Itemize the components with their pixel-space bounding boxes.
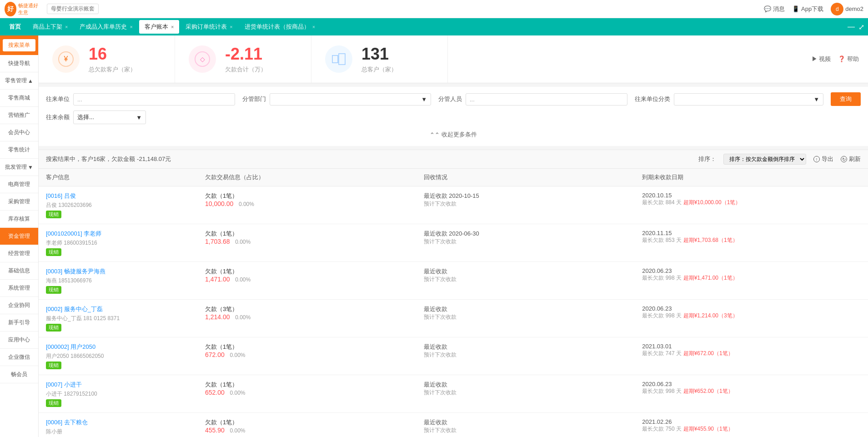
dept-select[interactable]: ▼ xyxy=(270,93,431,105)
collapse-btn[interactable]: ⌃⌃ 收起更多条件 xyxy=(46,129,861,141)
customer-name-3[interactable]: [0002] 服务中心_丁磊 xyxy=(46,305,205,313)
sidebar-item-retail-mgmt[interactable]: 零售管理 ▲ xyxy=(0,72,38,90)
message-btn[interactable]: 💬 消息 xyxy=(764,5,785,13)
overdue-days-row-6: 最长欠款 750 天 超期¥455.90（1笔） xyxy=(642,425,861,433)
next-recovery-3: 预计下次收款 xyxy=(424,313,642,321)
due-info-3: 2020.06.23 最长欠款 998 天 超期¥1,214.00（3笔） xyxy=(642,305,861,332)
sidebar-item-new-guide[interactable]: 新手引导 xyxy=(0,314,38,332)
balance-select[interactable]: 选择... ▼ xyxy=(73,111,146,124)
customer-name-4[interactable]: [000002] 用户2050 xyxy=(46,343,205,351)
tab-purchase-summary[interactable]: 采购订单统计表 × xyxy=(180,20,238,34)
sidebar-item-enterprise-coop[interactable]: 企业协同 xyxy=(0,297,38,314)
sidebar-item-app-center[interactable]: 应用中心 xyxy=(0,332,38,349)
sidebar-item-retail-store[interactable]: 零售商城 xyxy=(0,90,38,107)
refresh-btn[interactable]: ↻ 刷新 xyxy=(841,155,861,163)
company-select[interactable]: 母婴行业演示账套 xyxy=(47,4,99,14)
logo-area: 好 畅捷通好生意 xyxy=(5,2,43,16)
close-tab-product-off[interactable]: × xyxy=(65,24,68,30)
maximize-icon[interactable]: ⤢ xyxy=(858,23,864,31)
sidebar-item-finance[interactable]: 资金管理 xyxy=(0,228,38,245)
debt-info-0: 欠款（1笔） 10,000.00 0.00% xyxy=(205,192,424,218)
tab-product-history[interactable]: 产成品入库单历史 × xyxy=(74,20,138,34)
sidebar-item-basic-info[interactable]: 基础信息 xyxy=(0,262,38,280)
sidebar-item-system-mgmt[interactable]: 系统管理 xyxy=(0,280,38,297)
table-row: [0006] 去下粮仓 陈小册 现销 欠款（1笔） 455.90 0.00% xyxy=(39,413,868,437)
debt-amount-1: 1,703.68 xyxy=(205,238,230,245)
sidebar-item-batch-mgmt[interactable]: 批发管理 ▼ xyxy=(0,159,38,176)
sidebar-item-marketing[interactable]: 营销推广 xyxy=(0,107,38,124)
close-tab-purchase-summary[interactable]: × xyxy=(230,24,232,30)
customer-tag-3: 现销 xyxy=(46,324,61,332)
debt-info-3: 欠款（3笔） 1,214.00 0.00% xyxy=(205,305,424,332)
tab-inbound-summary[interactable]: 进货单统计表（按商品） × xyxy=(239,20,321,34)
help-icon: ❓ xyxy=(838,55,845,62)
debt-amount-row-1: 1,703.68 0.00% xyxy=(205,238,424,245)
filter-dept: 分管部门 ▼ xyxy=(242,93,431,105)
query-button[interactable]: 查询 xyxy=(831,92,861,106)
customer-name-1[interactable]: [0001020001] 李老师 xyxy=(46,230,205,238)
sidebar-item-ecom-mgmt[interactable]: 电商管理 xyxy=(0,176,38,193)
tab-product-off[interactable]: 商品上下架 × xyxy=(27,20,73,34)
customer-name-6[interactable]: [0006] 去下粮仓 xyxy=(46,418,205,427)
overdue-days-row-0: 最长欠款 884 天 超期¥10,000.00（1笔） xyxy=(642,199,861,206)
debt-info-4: 欠款（1笔） 672.00 0.00% xyxy=(205,343,424,369)
sort-select[interactable]: 排序：按欠款金额倒序排序 xyxy=(723,154,806,165)
overdue-text-4[interactable]: 超期¥672.00（1笔） xyxy=(683,350,733,357)
tab-customer-account[interactable]: 客户账本 × xyxy=(139,20,179,34)
sidebar-item-purchase-mgmt[interactable]: 采购管理 xyxy=(0,193,38,211)
overdue-text-5[interactable]: 超期¥652.00（1笔） xyxy=(683,388,733,394)
debt-ratio-3: 0.00% xyxy=(235,314,251,321)
sidebar-item-member-center[interactable]: 会员中心 xyxy=(0,124,38,141)
stats-bar: ¥ 16 总欠款客户（家） ◇ xyxy=(39,35,868,83)
sidebar-item-enterprise-wx[interactable]: 企业微信 xyxy=(0,349,38,366)
user-profile[interactable]: d demo2 xyxy=(831,3,863,15)
customer-name-5[interactable]: [0007] 小进干 xyxy=(46,381,205,389)
debt-count-6: 欠款（1笔） xyxy=(205,418,424,427)
app-download-btn[interactable]: 📱 App下载 xyxy=(792,5,823,13)
sidebar-item-shortcut[interactable]: 快捷导航 xyxy=(0,55,38,72)
search-menu-btn[interactable]: 搜索菜单 xyxy=(3,39,35,51)
tab-controls: — ⤢ xyxy=(848,23,864,31)
sidebar-item-vip-member[interactable]: 畅会员 xyxy=(0,366,38,383)
username: demo2 xyxy=(845,5,863,12)
overdue-text-3[interactable]: 超期¥1,214.00（3笔） xyxy=(683,312,738,319)
recovery-6: 最近收款 预计下次收款 xyxy=(424,418,642,437)
overdue-text-6[interactable]: 超期¥455.90（1笔） xyxy=(683,426,733,432)
overdue-text-1[interactable]: 超期¥1,703.68（1笔） xyxy=(683,237,738,243)
table-header: 客户信息 欠款交易信息（占比） 回收情况 到期未收款日期 xyxy=(39,169,868,186)
manager-input[interactable]: ... xyxy=(466,93,627,105)
debt-ratio-1: 0.00% xyxy=(235,239,251,245)
due-info-5: 2020.06.23 最长欠款 998 天 超期¥652.00（1笔） xyxy=(642,381,861,407)
svg-rect-4 xyxy=(332,55,338,63)
message-label: 消息 xyxy=(773,5,785,13)
sidebar-item-inventory[interactable]: 库存核算 xyxy=(0,211,38,228)
sidebar-item-retail-stats[interactable]: 零售统计 xyxy=(0,141,38,159)
col-recovery: 回收情况 xyxy=(424,173,642,181)
help-btn[interactable]: ❓ 帮助 xyxy=(838,55,859,63)
customer-phone-1: 李老师 18600391516 xyxy=(46,239,205,247)
total-customers-label: 总客户（家） xyxy=(361,65,397,74)
total-customers-value: 131 xyxy=(361,45,397,64)
customer-phone-6: 陈小册 xyxy=(46,428,205,436)
debt-amount-2: 1,471.00 xyxy=(205,276,230,283)
sidebar-item-operation-mgmt[interactable]: 经营管理 xyxy=(0,245,38,262)
tab-home[interactable]: 首页 xyxy=(4,20,26,34)
close-tab-product-history[interactable]: × xyxy=(130,24,132,30)
unit-category-select[interactable]: ▼ xyxy=(674,93,824,105)
source-unit-input[interactable]: ... xyxy=(73,93,235,105)
export-btn[interactable]: ↑ 导出 xyxy=(813,155,833,163)
svg-rect-5 xyxy=(339,54,345,65)
minimize-icon[interactable]: — xyxy=(848,23,855,31)
customer-name-2[interactable]: [0003] 畅捷服务尹海燕 xyxy=(46,267,205,276)
close-tab-inbound-summary[interactable]: × xyxy=(312,24,315,30)
close-tab-customer-account[interactable]: × xyxy=(171,24,174,30)
customer-info-6: [0006] 去下粮仓 陈小册 现销 xyxy=(46,418,205,437)
view-btn[interactable]: ▶ 视频 xyxy=(812,55,831,63)
customer-name-0[interactable]: [0016] 吕俊 xyxy=(46,192,205,200)
debt-count-1: 欠款（1笔） xyxy=(205,230,424,238)
arrow-icon: ▲ xyxy=(28,78,33,84)
overdue-text-2[interactable]: 超期¥1,471.00（1笔） xyxy=(683,275,738,281)
overdue-days-row-1: 最长欠款 853 天 超期¥1,703.68（1笔） xyxy=(642,236,861,244)
table-row: [0007] 小进干 小进干 18279152100 现销 欠款（1笔） 652… xyxy=(39,375,868,413)
overdue-text-0[interactable]: 超期¥10,000.00（1笔） xyxy=(683,199,741,206)
